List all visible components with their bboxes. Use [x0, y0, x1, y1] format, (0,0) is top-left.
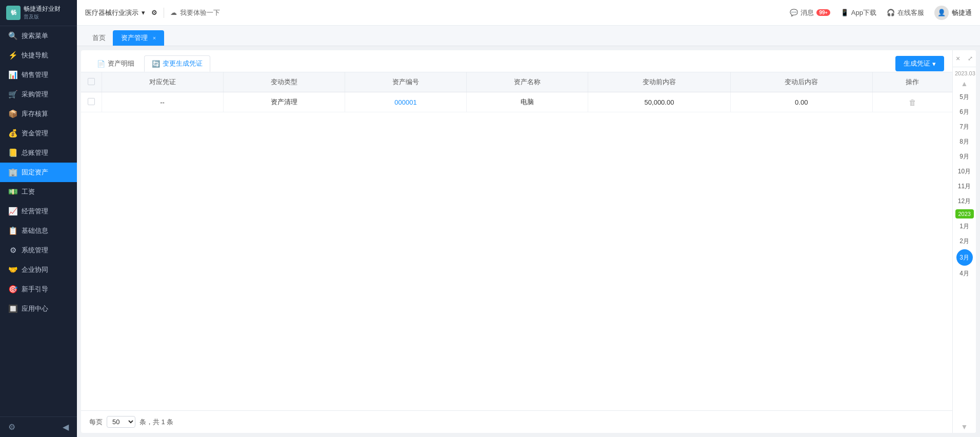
content-area: 📄 资产明细 🔄 变更生成凭证 生成凭证 ▾	[81, 50, 976, 433]
sidebar-item-label: 库存核算	[22, 109, 48, 118]
sidebar-item-search[interactable]: 🔍 搜索菜单	[0, 26, 77, 46]
sidebar-item-system[interactable]: ⚙ 系统管理	[0, 241, 77, 260]
collapse-icon[interactable]: ◀	[63, 422, 69, 432]
calendar-month[interactable]: 9月	[955, 150, 974, 164]
calendar-year-2023[interactable]: 2023	[955, 209, 974, 218]
logo-text: 畅捷通好业财	[24, 5, 61, 13]
sidebar-item-inventory[interactable]: 📦 库存核算	[0, 104, 77, 124]
sidebar-item-purchase[interactable]: 🛒 采购管理	[0, 85, 77, 104]
page-size-select[interactable]: 50 10 20 100	[107, 416, 135, 428]
sidebar-item-label: 快捷导航	[22, 51, 48, 60]
select-all-checkbox[interactable]	[88, 78, 95, 85]
row-voucher-0: --	[102, 92, 223, 112]
fixed-assets-icon: 🏢	[8, 168, 17, 177]
col-operation: 操作	[872, 72, 952, 92]
col-checkbox	[81, 72, 102, 92]
sidebar-item-operations[interactable]: 📈 经营管理	[0, 202, 77, 221]
tab-asset-mgmt[interactable]: 资产管理 ×	[113, 30, 164, 46]
delete-row-0[interactable]: 🗑	[909, 98, 916, 107]
sub-tabs: 📄 资产明细 🔄 变更生成凭证 生成凭证 ▾	[81, 50, 952, 72]
tab-close-icon[interactable]: ×	[153, 35, 156, 41]
sidebar-item-fixed-assets[interactable]: 🏢 固定资产	[0, 163, 77, 182]
tab-change-voucher[interactable]: 🔄 变更生成凭证	[144, 55, 210, 72]
calendar-close-icon[interactable]: ×	[956, 54, 960, 63]
app-download-label: App下载	[851, 8, 876, 17]
app-download-btn[interactable]: 📱 App下载	[841, 8, 876, 17]
refresh-icon: 🔄	[152, 60, 160, 68]
sidebar-logo: 畅 畅捷通好业财 普及版	[0, 0, 77, 26]
col-asset-code: 资产编号	[345, 72, 466, 92]
calendar-scroll-down[interactable]: ▼	[953, 421, 976, 433]
sidebar-item-payroll[interactable]: 💵 工资	[0, 182, 77, 202]
calendar-month[interactable]: 1月	[955, 220, 974, 233]
sidebar-item-guide[interactable]: 🎯 新手引导	[0, 280, 77, 299]
calendar-month[interactable]: 11月	[955, 180, 974, 193]
notification-btn[interactable]: 💬 消息 99+	[790, 8, 830, 17]
sidebar-item-label: 企业协同	[22, 265, 48, 274]
calendar-month[interactable]: 3月	[956, 249, 973, 266]
sidebar-item-label: 基础信息	[22, 226, 48, 235]
sidebar-item-label: 销售管理	[22, 70, 48, 80]
mobile-icon: 📱	[841, 9, 849, 16]
row-checkbox-0[interactable]	[88, 98, 95, 105]
calendar-month[interactable]: 8月	[955, 135, 974, 149]
col-asset-name: 资产名称	[467, 72, 588, 92]
calendar-expand-icon[interactable]: ⤢	[968, 55, 973, 62]
sidebar-item-label: 应用中心	[22, 304, 48, 313]
col-after-change: 变动后内容	[730, 72, 872, 92]
company-selector[interactable]: 医疗器械行业演示 ▾	[85, 8, 145, 17]
row-operation-0: 🗑	[872, 92, 952, 112]
sidebar-item-label: 工资	[22, 187, 35, 196]
sidebar-item-label: 搜索菜单	[22, 31, 48, 41]
quick-nav-icon: ⚡	[8, 51, 17, 60]
operations-icon: 📈	[8, 207, 17, 216]
username: 畅捷通	[952, 8, 972, 17]
calendar-month[interactable]: 2月	[955, 234, 974, 248]
sidebar-item-sales[interactable]: 📊 销售管理	[0, 65, 77, 85]
basic-info-icon: 📋	[8, 226, 17, 235]
user-menu[interactable]: 👤 畅捷通	[934, 6, 972, 20]
tab-asset-detail[interactable]: 📄 资产明细	[89, 55, 142, 72]
message-icon: 💬	[790, 9, 798, 16]
sidebar-item-label: 新手引导	[22, 285, 48, 294]
topbar-right: 💬 消息 99+ 📱 App下载 🎧 在线客服 👤 畅捷通	[790, 6, 972, 20]
purchase-icon: 🛒	[8, 90, 17, 99]
sidebar-item-ledger[interactable]: 📒 总账管理	[0, 143, 77, 163]
row-checkbox-cell	[81, 92, 102, 112]
sidebar: 畅 畅捷通好业财 普及版 🔍 搜索菜单 ⚡ 快捷导航 📊 销售管理 🛒 采购管理…	[0, 0, 77, 437]
row-after-change-0: 0.00	[730, 92, 872, 112]
page-tabs: 首页 资产管理 ×	[77, 26, 980, 46]
sidebar-item-basic-info[interactable]: 📋 基础信息	[0, 221, 77, 241]
row-asset-name-0: 电脑	[467, 92, 588, 112]
sidebar-item-label: 资金管理	[22, 129, 48, 138]
notification-label: 消息	[801, 8, 814, 17]
payroll-icon: 💵	[8, 187, 17, 196]
asset-table: 对应凭证 变动类型 资产编号 资产名称	[81, 72, 952, 112]
topbar-settings-icon[interactable]: ⚙	[151, 9, 157, 16]
settings-icon[interactable]: ⚙	[8, 422, 15, 432]
sidebar-item-app-center[interactable]: 🔲 应用中心	[0, 299, 77, 319]
generate-voucher-button[interactable]: 生成凭证 ▾	[895, 56, 944, 71]
calendar-scroll-up[interactable]: ▲	[953, 77, 976, 90]
calendar-month[interactable]: 6月	[955, 105, 974, 119]
sidebar-item-label: 采购管理	[22, 90, 48, 99]
total-label: 条，共 1 条	[139, 418, 173, 427]
calendar-month[interactable]: 10月	[955, 165, 974, 178]
calendar-month[interactable]: 5月	[955, 90, 974, 104]
search-icon: 🔍	[8, 31, 17, 41]
sidebar-item-funds[interactable]: 💰 资金管理	[0, 124, 77, 143]
customer-service-label: 在线客服	[897, 8, 924, 17]
tab-home[interactable]: 首页	[85, 30, 113, 46]
calendar-month[interactable]: 12月	[955, 194, 974, 208]
per-page-label: 每页	[89, 418, 103, 427]
calendar-month[interactable]: 7月	[955, 120, 974, 134]
sidebar-item-quick-nav[interactable]: ⚡ 快捷导航	[0, 46, 77, 65]
logo-sub: 普及版	[24, 13, 61, 21]
experience-btn[interactable]: ☁ 我要体验一下	[170, 8, 220, 17]
calendar-month[interactable]: 4月	[955, 267, 974, 281]
cloud-icon: ☁	[170, 9, 177, 16]
customer-service-btn[interactable]: 🎧 在线客服	[887, 8, 924, 17]
chevron-down-icon: ▾	[932, 60, 936, 68]
ledger-icon: 📒	[8, 148, 17, 157]
sidebar-item-enterprise[interactable]: 🤝 企业协同	[0, 260, 77, 280]
